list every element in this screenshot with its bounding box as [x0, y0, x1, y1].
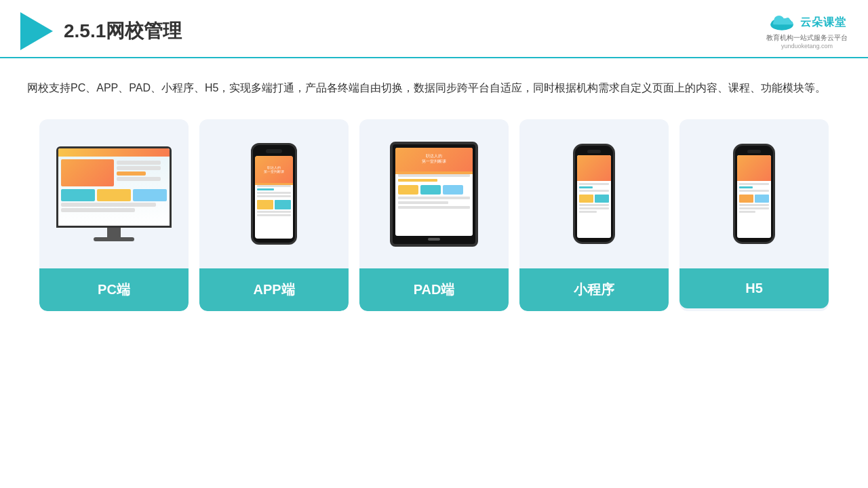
card-miniprogram-label: 小程序: [519, 268, 669, 311]
brand-section: 云朵课堂 教育机构一站式服务云平台 yunduoketang.com: [766, 13, 848, 49]
logo-triangle-icon: [20, 12, 53, 50]
description-text: 网校支持PC、APP、PAD、小程序、H5，实现多端打通，产品各终端自由切换，数…: [27, 77, 841, 99]
card-h5-label: H5: [679, 268, 829, 308]
card-pc-label: PC端: [39, 268, 189, 311]
card-pc-image: [39, 119, 189, 268]
card-pc: PC端: [39, 119, 189, 311]
platform-cards: PC端 职达人的第一堂判断课: [27, 119, 841, 311]
pc-monitor-icon: [56, 146, 172, 241]
phone-icon: 职达人的第一堂判断课: [251, 143, 297, 245]
main-content: 网校支持PC、APP、PAD、小程序、H5，实现多端打通，产品各终端自由切换，数…: [0, 58, 868, 325]
header: 2.5.1网校管理 云朵课堂 教育机构一站式服务云平台 yunduoketang…: [0, 0, 868, 58]
header-left: 2.5.1网校管理: [20, 12, 182, 50]
brand-logo: 云朵课堂: [768, 13, 846, 32]
card-app-label: APP端: [199, 268, 349, 311]
tablet-icon: 职达人的第一堂判断课: [390, 142, 478, 247]
card-pad-label: PAD端: [359, 268, 509, 311]
card-h5-image: [679, 119, 829, 268]
brand-slogan: 教育机构一站式服务云平台: [766, 33, 848, 43]
card-app-image: 职达人的第一堂判断课: [199, 119, 349, 268]
h5phone-icon: [733, 144, 775, 244]
miniphone-icon: [573, 144, 615, 244]
brand-url: yunduoketang.com: [781, 43, 833, 49]
brand-name: 云朵课堂: [800, 16, 846, 30]
card-h5: H5: [679, 119, 829, 311]
card-pad-image: 职达人的第一堂判断课: [359, 119, 509, 268]
card-miniprogram: 小程序: [519, 119, 669, 311]
card-pad: 职达人的第一堂判断课: [359, 119, 509, 311]
card-app: 职达人的第一堂判断课: [199, 119, 349, 311]
page-title: 2.5.1网校管理: [64, 18, 182, 44]
cloud-icon: [768, 13, 796, 32]
card-miniprogram-image: [519, 119, 669, 268]
